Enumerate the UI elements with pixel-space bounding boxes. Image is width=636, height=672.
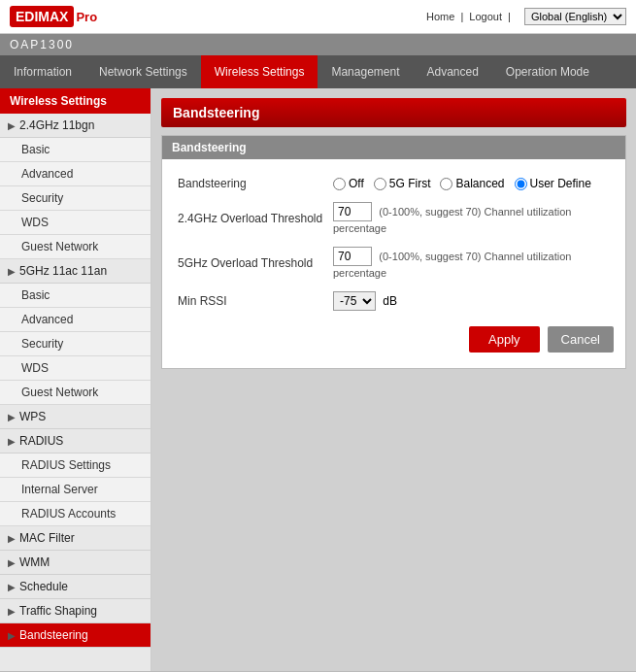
mode-balanced-label[interactable]: Balanced <box>440 177 504 190</box>
header-links: Home | Logout | Global (English) <box>426 8 626 25</box>
sidebar-item-24-advanced[interactable]: Advanced <box>0 162 151 186</box>
sidebar-group-radius: ▶ RADIUS RADIUS Settings Internal Server… <box>0 429 151 526</box>
sidebar-group-header-wps[interactable]: ▶ WPS <box>0 405 151 429</box>
threshold-24-row: 2.4GHz Overload Threshold (0-100%, sugge… <box>174 196 614 241</box>
nav-network-settings[interactable]: Network Settings <box>85 55 201 88</box>
mode-user-label[interactable]: User Define <box>515 177 591 190</box>
bandsteering-form: Bandsteering Off 5G First <box>174 171 614 317</box>
bandsteering-label: Bandsteering <box>174 171 329 196</box>
sidebar-group-24ghz: ▶ 2.4GHz 11bgn Basic Advanced Security W… <box>0 114 151 259</box>
arrow-icon: ▶ <box>8 533 16 544</box>
sidebar-group-traffic: ▶ Traffic Shaping <box>0 599 151 623</box>
sidebar-group-header-schedule[interactable]: ▶ Schedule <box>0 575 151 599</box>
nav-wireless-settings[interactable]: Wireless Settings <box>201 55 318 88</box>
home-link[interactable]: Home <box>426 11 454 22</box>
sidebar-item-24-security[interactable]: Security <box>0 186 151 211</box>
arrow-icon: ▶ <box>8 412 16 422</box>
sidebar-group-5ghz: ▶ 5GHz 11ac 11an Basic Advanced Security… <box>0 259 151 405</box>
bandsteering-controls: Off 5G First Balanced <box>329 171 614 196</box>
nav-information[interactable]: Information <box>0 55 85 88</box>
logout-link[interactable]: Logout <box>469 11 502 22</box>
arrow-icon: ▶ <box>8 582 16 592</box>
logo: EDIMAX Pro <box>10 6 97 27</box>
main-nav: Information Network Settings Wireless Se… <box>0 55 636 88</box>
device-label: OAP1300 <box>0 34 636 55</box>
sidebar-item-24-guest[interactable]: Guest Network <box>0 235 151 259</box>
threshold-5g-input[interactable] <box>333 247 372 266</box>
sidebar-group-wmm: ▶ WMM <box>0 551 151 575</box>
apply-button[interactable]: Apply <box>469 326 540 353</box>
cancel-button[interactable]: Cancel <box>548 326 614 353</box>
arrow-icon: ▶ <box>8 436 16 447</box>
sidebar-item-5-wds[interactable]: WDS <box>0 356 151 381</box>
rssi-unit: dB <box>383 294 397 308</box>
bandsteering-section: Bandsteering Bandsteering Off <box>161 135 626 369</box>
mode-off-label[interactable]: Off <box>333 177 364 190</box>
threshold-24-control: (0-100%, suggest 70) Channel utilization… <box>329 196 614 241</box>
threshold-5g-control: (0-100%, suggest 70) Channel utilization… <box>329 241 614 286</box>
section-header: Bandsteering <box>162 136 625 159</box>
mode-off-radio[interactable] <box>333 178 346 190</box>
logo-brand: EDIMAX <box>10 6 74 27</box>
threshold-24-label: 2.4GHz Overload Threshold <box>174 196 329 241</box>
sidebar-group-wps: ▶ WPS <box>0 405 151 429</box>
sidebar-item-5-guest[interactable]: Guest Network <box>0 381 151 405</box>
nav-operation-mode[interactable]: Operation Mode <box>492 55 603 88</box>
arrow-icon: ▶ <box>8 120 16 131</box>
sidebar-item-radius-internal[interactable]: Internal Server <box>0 478 151 502</box>
sidebar: Wireless Settings ▶ 2.4GHz 11bgn Basic A… <box>0 88 151 671</box>
page-title: Bandsteering <box>161 98 626 127</box>
content-wrapper: Wireless Settings ▶ 2.4GHz 11bgn Basic A… <box>0 88 636 671</box>
sidebar-item-5-security[interactable]: Security <box>0 332 151 356</box>
sidebar-group-header-24ghz[interactable]: ▶ 2.4GHz 11bgn <box>0 114 151 138</box>
sidebar-group-header-bandsteering[interactable]: ▶ Bandsteering <box>0 623 151 648</box>
nav-advanced[interactable]: Advanced <box>413 55 491 88</box>
bandsteering-row: Bandsteering Off 5G First <box>174 171 614 196</box>
mode-user-radio[interactable] <box>515 178 527 190</box>
sidebar-group-bandsteering: ▶ Bandsteering <box>0 623 151 648</box>
nav-management[interactable]: Management <box>318 55 413 88</box>
sidebar-group-schedule: ▶ Schedule <box>0 575 151 599</box>
threshold-5g-row: 5GHz Overload Threshold (0-100%, suggest… <box>174 241 614 286</box>
mode-radio-group: Off 5G First Balanced <box>333 177 610 190</box>
min-rssi-select[interactable]: -75 -70 -65 -60 -55 -50 <box>333 291 376 311</box>
sidebar-group-mac: ▶ MAC Filter <box>0 526 151 551</box>
arrow-icon: ▶ <box>8 266 16 277</box>
min-rssi-label: Min RSSI <box>174 286 329 317</box>
sidebar-item-radius-settings[interactable]: RADIUS Settings <box>0 454 151 478</box>
sidebar-group-header-traffic[interactable]: ▶ Traffic Shaping <box>0 599 151 623</box>
sidebar-title: Wireless Settings <box>0 88 151 114</box>
sidebar-item-24-basic[interactable]: Basic <box>0 138 151 162</box>
logo-pro: Pro <box>76 10 97 24</box>
arrow-icon: ▶ <box>8 630 16 641</box>
sidebar-item-radius-accounts[interactable]: RADIUS Accounts <box>0 502 151 526</box>
page-header: EDIMAX Pro Home | Logout | Global (Engli… <box>0 0 636 34</box>
min-rssi-row: Min RSSI -75 -70 -65 -60 -55 -50 dB <box>174 286 614 317</box>
language-select[interactable]: Global (English) <box>524 8 626 25</box>
arrow-icon: ▶ <box>8 557 16 568</box>
min-rssi-control: -75 -70 -65 -60 -55 -50 dB <box>329 286 614 317</box>
mode-5g-radio[interactable] <box>374 178 386 190</box>
arrow-icon: ▶ <box>8 606 16 617</box>
mode-balanced-radio[interactable] <box>440 178 452 190</box>
sidebar-item-5-basic[interactable]: Basic <box>0 284 151 308</box>
button-row: Apply Cancel <box>174 317 614 356</box>
sidebar-group-header-radius[interactable]: ▶ RADIUS <box>0 429 151 454</box>
sidebar-group-header-mac[interactable]: ▶ MAC Filter <box>0 526 151 551</box>
section-content: Bandsteering Off 5G First <box>162 159 625 368</box>
threshold-5g-label: 5GHz Overload Threshold <box>174 241 329 286</box>
sidebar-item-5-advanced[interactable]: Advanced <box>0 308 151 332</box>
sidebar-group-header-wmm[interactable]: ▶ WMM <box>0 551 151 575</box>
threshold-24-input[interactable] <box>333 202 372 221</box>
main-content: Bandsteering Bandsteering Bandsteering O… <box>151 88 636 671</box>
mode-5g-label[interactable]: 5G First <box>374 177 431 190</box>
sidebar-item-24-wds[interactable]: WDS <box>0 211 151 235</box>
sidebar-group-header-5ghz[interactable]: ▶ 5GHz 11ac 11an <box>0 259 151 284</box>
